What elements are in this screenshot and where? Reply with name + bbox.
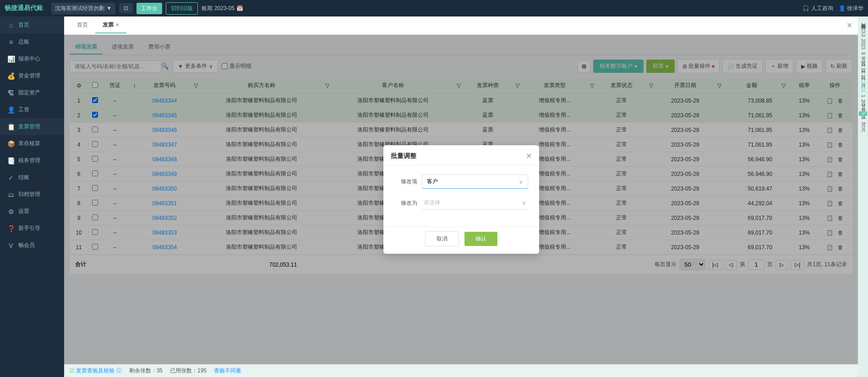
- cal-apr[interactable]: 4月: [859, 107, 867, 112]
- copy-btn[interactable]: ⊡: [119, 3, 133, 13]
- cal-jul[interactable]: 7月: [859, 120, 867, 125]
- sidebar-item-archive[interactable]: 🗂 归档管理: [0, 186, 64, 203]
- tax-icon: 📑: [7, 157, 15, 164]
- top-bar: 畅捷通易代账 沈海英测试经营勿删 ▼ ⊡ 工作台 切到旧版 账期 2023-05…: [0, 0, 868, 16]
- period-info: 账期 2023-05 📅: [202, 5, 243, 12]
- cal-jan[interactable]: 1月: [859, 94, 867, 98]
- sidebar-item-settings[interactable]: ⚙ 设置: [0, 203, 64, 220]
- modal-title: 批量调整: [391, 152, 416, 160]
- cal-2023-start[interactable]: 2023.0: [860, 22, 867, 38]
- settings-icon: ⚙: [7, 208, 15, 215]
- user-avatar[interactable]: 👤 徐泽华: [839, 5, 863, 12]
- reports-icon: 📊: [7, 55, 15, 63]
- switch-period-btn[interactable]: 切到旧版: [166, 2, 198, 15]
- cal-mar[interactable]: 3月: [859, 103, 867, 107]
- query-label[interactable]: 查验不同量: [214, 367, 241, 375]
- select-arrow-icon: ∨: [519, 179, 523, 185]
- cal-period-select[interactable]: 期间选择: [859, 18, 867, 22]
- sidebar-item-guide[interactable]: ❓ 新手引导: [0, 220, 64, 237]
- modal-footer: 取消 确认: [383, 226, 539, 254]
- tab-home[interactable]: 首页: [70, 17, 95, 33]
- sidebar-item-label: 资金管理: [18, 72, 40, 80]
- sidebar-item-label: 归档管理: [18, 191, 40, 198]
- modal-body: 修改项 客户 ∨ 修改为 请选择 ∨: [383, 165, 539, 226]
- modal-overlay: 批量调整 ✕ 修改项 客户 ∨: [64, 35, 858, 364]
- sidebar-item-label: 工资: [18, 106, 29, 114]
- sidebar: ⌂ 首页 ≡ 总账 📊 报表中心 💰 资金管理 🏗 固定资产 👤 工资: [0, 16, 64, 377]
- confirm-button[interactable]: 确认: [464, 232, 497, 246]
- content-area: 首页 发票 ✕ ✕ 销项发票 进项发票: [64, 16, 858, 377]
- home-icon: ⌂: [7, 22, 15, 29]
- status-bar: ☑ 发票查验及校验 ⓘ 剩余张数：35 已用张数：195 查验不同量: [64, 364, 858, 377]
- app-logo: 畅捷通易代账: [5, 4, 43, 12]
- cal-dec[interactable]: 12月: [859, 74, 867, 81]
- sidebar-item-label: 库存核算: [18, 140, 40, 148]
- modify-to-label: 修改为: [394, 199, 417, 207]
- check-label: ☑ 发票查验及校验 ⓘ: [70, 367, 122, 375]
- guide-icon: ❓: [7, 225, 15, 232]
- tab-bar-close-icon[interactable]: ✕: [846, 21, 852, 30]
- sidebar-item-label: 发票管理: [18, 123, 40, 131]
- sidebar-item-settlement[interactable]: ✓ 结账: [0, 169, 64, 186]
- sidebar-item-label: 畅会员: [18, 241, 35, 249]
- sidebar-item-vip[interactable]: V 畅会员: [0, 237, 64, 254]
- batch-adjust-modal: 批量调整 ✕ 修改项 客户 ∨: [383, 145, 539, 254]
- settlement-icon: ✓: [7, 174, 15, 181]
- dropdown-icon: ▼: [106, 5, 112, 11]
- sidebar-item-payroll[interactable]: 👤 工资: [0, 101, 64, 118]
- sidebar-item-invoice[interactable]: 📋 发票管理: [0, 118, 64, 135]
- sidebar-item-funds[interactable]: 💰 资金管理: [0, 67, 64, 84]
- modify-to-select[interactable]: 请选择 ∨: [422, 196, 528, 210]
- modify-to-placeholder: 请选择: [424, 199, 440, 207]
- sidebar-item-inventory[interactable]: 📦 库存核算: [0, 135, 64, 152]
- company-selector[interactable]: 沈海英测试经营勿删 ▼: [51, 3, 115, 14]
- avatar-icon: 👤: [839, 5, 846, 11]
- sidebar-item-tax[interactable]: 📑 税务管理: [0, 152, 64, 169]
- company-name: 沈海英测试经营勿删: [55, 5, 104, 12]
- sidebar-item-label: 首页: [18, 21, 29, 29]
- tab-close-icon[interactable]: ✕: [115, 22, 119, 27]
- human-support[interactable]: 🎧 人工咨询: [802, 5, 833, 12]
- sidebar-item-ledger[interactable]: ≡ 总账: [0, 33, 64, 50]
- sidebar-item-label: 税务管理: [18, 157, 40, 164]
- funds-icon: 💰: [7, 72, 15, 80]
- cal-2023[interactable]: 2023.: [860, 38, 867, 51]
- cal-sep[interactable]: 9月: [859, 55, 867, 60]
- cancel-button[interactable]: 取消: [425, 231, 459, 246]
- cal-2023-current[interactable]: 2023.: [860, 81, 867, 94]
- workbench-btn[interactable]: 工作台: [136, 3, 162, 14]
- cal-aug[interactable]: 8月: [859, 51, 867, 56]
- right-calendar-panel: 期间选择 2023.0 2023. 8月 9月 10月 11月 12月 2023…: [858, 16, 868, 377]
- sidebar-item-label: 设置: [18, 208, 29, 215]
- top-right: 🎧 人工咨询 👤 徐泽华: [802, 5, 863, 12]
- cal-nov[interactable]: 11月: [859, 67, 867, 74]
- cal-may[interactable]: 5月: [859, 111, 867, 116]
- ledger-icon: ≡: [7, 38, 15, 46]
- form-row-modify-to: 修改为 请选择 ∨: [394, 196, 528, 210]
- sidebar-item-label: 报表中心: [18, 55, 40, 63]
- sidebar-item-label: 结账: [18, 174, 29, 181]
- modal-close-btn[interactable]: ✕: [526, 152, 532, 160]
- modal-header: 批量调整 ✕: [383, 145, 539, 165]
- calendar-icon[interactable]: 📅: [236, 5, 243, 11]
- tab-invoice[interactable]: 发票 ✕: [95, 17, 126, 33]
- remaining-count: 剩余张数：35: [129, 367, 163, 375]
- modify-field-label: 修改项: [394, 178, 417, 186]
- sidebar-item-label: 总账: [18, 38, 29, 46]
- cal-jun[interactable]: 6月: [859, 116, 867, 120]
- sidebar-item-reports[interactable]: 📊 报表中心: [0, 50, 64, 67]
- modify-field-value: 客户: [427, 178, 438, 186]
- sidebar-item-home[interactable]: ⌂ 首页: [0, 16, 64, 33]
- form-row-modify-field: 修改项 客户 ∨: [394, 175, 528, 189]
- modify-to-arrow-icon: ∨: [522, 200, 526, 206]
- headset-icon: 🎧: [802, 5, 809, 11]
- sidebar-item-assets[interactable]: 🏗 固定资产: [0, 84, 64, 101]
- invoice-icon: 📋: [7, 123, 15, 131]
- payroll-icon: 👤: [7, 106, 15, 114]
- cal-oct[interactable]: 10月: [859, 60, 867, 67]
- sidebar-item-label: 固定资产: [18, 89, 40, 97]
- check-icon: ☑: [70, 367, 75, 374]
- modify-field-select[interactable]: 客户 ∨: [422, 175, 528, 189]
- page-content: 销项发票 进项发票 费用小票 🔍 ▼: [64, 35, 858, 364]
- cal-feb[interactable]: 2月: [859, 98, 867, 103]
